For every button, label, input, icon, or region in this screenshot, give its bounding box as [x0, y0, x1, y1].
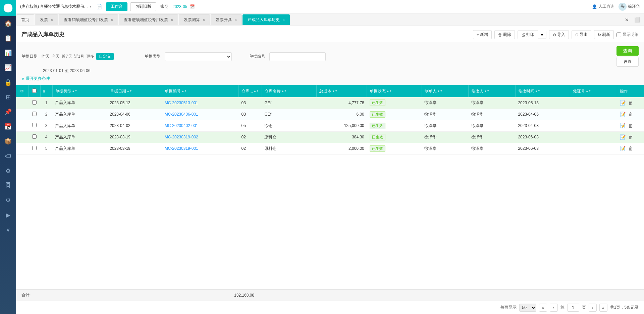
switch-version-button[interactable]: 切到旧版: [130, 2, 156, 11]
row-checkbox-3[interactable]: [32, 134, 37, 139]
td-number-link-2[interactable]: MC-20230402-001: [165, 123, 198, 128]
type-filter-select[interactable]: [165, 52, 232, 61]
tab-calc[interactable]: 发票测算 ×: [179, 14, 210, 25]
tab-maximize-button[interactable]: ⬜: [633, 16, 641, 23]
help-button[interactable]: 👤 人工咨询: [592, 4, 614, 9]
delete-icon-3[interactable]: 🗑: [628, 134, 633, 140]
sidebar-item-lock[interactable]: 🔒: [0, 75, 16, 90]
tab-product-history[interactable]: 产成品入库单历史 ×: [243, 14, 290, 25]
sidebar-item-grid[interactable]: ⊞: [0, 90, 16, 105]
delete-icon-0[interactable]: 🗑: [628, 100, 633, 106]
td-number-2[interactable]: MC-20230402-001: [162, 120, 239, 131]
company-selector[interactable]: (库存核算) 直播轻犊通信息技术股份... ▼: [20, 4, 92, 9]
td-number-1[interactable]: MC-20230406-001: [162, 109, 239, 120]
th-date[interactable]: 单据日期 ▲▼: [107, 85, 162, 97]
query-button[interactable]: 查询: [616, 46, 639, 56]
td-number-link-1[interactable]: MC-20230406-001: [165, 112, 198, 117]
print-dropdown-button[interactable]: ▼: [538, 31, 546, 39]
th-warehouse-code[interactable]: 仓库... ▲▼: [239, 85, 262, 97]
th-creator[interactable]: 制单人 ▲▼: [422, 85, 469, 97]
tab-sales-vat[interactable]: 查看销项增值税专用发票 ×: [59, 14, 118, 25]
td-number-0[interactable]: MC-20230513-001: [162, 97, 239, 109]
user-menu[interactable]: 头 徐泽华: [619, 3, 640, 11]
next-page-button[interactable]: ›: [589, 304, 597, 312]
set-button[interactable]: 设置: [616, 57, 639, 67]
td-number-4[interactable]: MC-20230319-001: [162, 143, 239, 154]
th-settings[interactable]: ⚙: [16, 85, 28, 97]
tab-invoice-close[interactable]: ×: [51, 18, 53, 22]
shortcut-more[interactable]: 更多: [86, 54, 94, 59]
delete-icon-4[interactable]: 🗑: [628, 146, 633, 151]
tab-calc-close[interactable]: ×: [203, 18, 205, 22]
row-checkbox-1[interactable]: [32, 112, 37, 116]
doc-button[interactable]: 📄: [96, 4, 102, 9]
th-total-cost[interactable]: 总成本 ▲▼: [317, 85, 367, 97]
export-button[interactable]: ⊙ 导出: [572, 30, 591, 39]
show-detail-checkbox[interactable]: [616, 33, 621, 37]
delete-button[interactable]: 🗑 删除: [494, 30, 515, 39]
number-filter-input[interactable]: [269, 52, 326, 61]
td-checkbox-2[interactable]: [28, 120, 40, 131]
th-modifier[interactable]: 修改人 ▲▼: [469, 85, 516, 97]
sidebar-item-archive[interactable]: 🗄: [0, 178, 16, 193]
tab-purchase-vat-close[interactable]: ×: [171, 18, 173, 22]
td-checkbox-3[interactable]: [28, 131, 40, 143]
tab-home[interactable]: 首页: [16, 14, 34, 25]
tab-invoice[interactable]: 发票 ×: [35, 14, 58, 25]
sidebar-item-v[interactable]: V: [0, 223, 16, 237]
sidebar-item-task[interactable]: 📌: [0, 105, 16, 119]
sidebar-item-inventory[interactable]: 📦: [0, 134, 16, 149]
row-checkbox-4[interactable]: [32, 146, 37, 150]
tab-product-history-close[interactable]: ×: [282, 18, 285, 22]
sidebar-item-home[interactable]: 🏠: [0, 16, 16, 31]
th-number[interactable]: 单据编号 ▲▼: [162, 85, 239, 97]
td-checkbox-0[interactable]: [28, 97, 40, 109]
period-calendar-icon[interactable]: 📅: [190, 4, 195, 9]
td-number-3[interactable]: MC-20230319-002: [162, 131, 239, 143]
refresh-button[interactable]: ↻ 刷新: [594, 30, 614, 39]
th-warehouse-name[interactable]: 仓库名称 ▲▼: [262, 85, 316, 97]
edit-icon-3[interactable]: 📝: [620, 134, 626, 140]
td-checkbox-1[interactable]: [28, 109, 40, 120]
td-number-link-3[interactable]: MC-20230319-002: [165, 135, 198, 139]
sidebar-item-analytics[interactable]: 📈: [0, 60, 16, 75]
delete-icon-2[interactable]: 🗑: [628, 123, 633, 128]
import-button[interactable]: ⊙ 导入: [549, 30, 569, 39]
shortcut-1month[interactable]: 近1月: [74, 54, 85, 59]
td-number-link-0[interactable]: MC-20230513-001: [165, 101, 198, 105]
td-checkbox-4[interactable]: [28, 143, 40, 154]
workbench-button[interactable]: 工作台: [106, 2, 127, 11]
th-voucher[interactable]: 凭证号 ▲▼: [570, 85, 617, 97]
th-modify-time[interactable]: 修改时间 ▲▼: [515, 85, 570, 97]
sidebar-item-video[interactable]: ▶: [0, 208, 16, 223]
sidebar-item-calendar[interactable]: 📅: [0, 119, 16, 134]
print-button[interactable]: 🖨 打印: [518, 30, 538, 39]
shortcut-yesterday[interactable]: 昨天: [42, 54, 50, 59]
first-page-button[interactable]: «: [539, 304, 547, 312]
tab-close-all-button[interactable]: ✕: [624, 16, 630, 23]
row-checkbox-2[interactable]: [32, 123, 37, 127]
sidebar-item-cycle[interactable]: ♻: [0, 164, 16, 178]
edit-icon-2[interactable]: 📝: [620, 123, 626, 128]
shortcut-7days[interactable]: 近7天: [62, 54, 72, 59]
tab-purchase-vat[interactable]: 查看进项增值税专用发票 ×: [119, 14, 178, 25]
sidebar-item-doc[interactable]: 📋: [0, 31, 16, 46]
edit-icon-4[interactable]: 📝: [620, 146, 626, 151]
new-button[interactable]: + 新增: [473, 30, 492, 39]
per-page-select[interactable]: 50 10 20 100: [519, 304, 536, 312]
tab-open-invoice[interactable]: 发票开具 ×: [211, 14, 242, 25]
th-status[interactable]: 单据状态 ▲▼: [367, 85, 422, 97]
custom-date-btn[interactable]: 自定义: [96, 53, 114, 60]
edit-icon-0[interactable]: 📝: [620, 100, 626, 106]
tab-open-invoice-close[interactable]: ×: [234, 18, 237, 22]
sidebar-item-stamp[interactable]: 🏷: [0, 149, 16, 164]
tab-sales-vat-close[interactable]: ×: [111, 18, 113, 22]
delete-icon-1[interactable]: 🗑: [628, 112, 633, 117]
shortcut-today[interactable]: 今天: [52, 54, 60, 59]
last-page-button[interactable]: »: [599, 304, 607, 312]
page-number-input[interactable]: [567, 304, 579, 312]
select-all-checkbox[interactable]: [32, 88, 37, 93]
td-number-link-4[interactable]: MC-20230319-001: [165, 146, 198, 151]
row-checkbox-0[interactable]: [32, 100, 37, 105]
prev-page-button[interactable]: ‹: [550, 304, 558, 312]
